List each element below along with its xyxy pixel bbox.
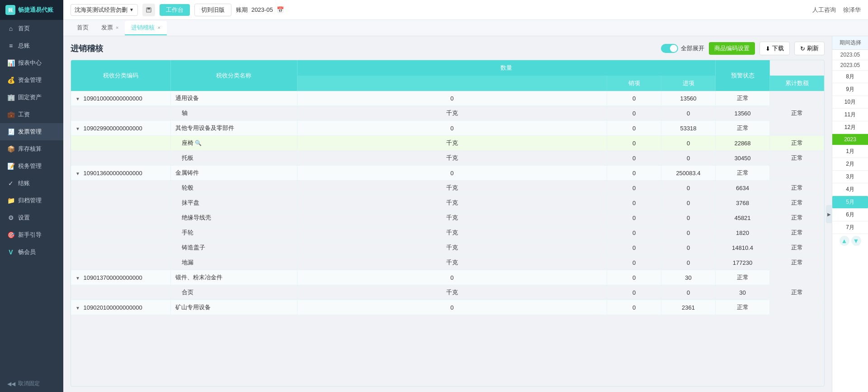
period-month-item[interactable]: 3月 [832,171,868,183]
table-row: 手轮 千克 0 0 1820 正常 [71,225,824,240]
refresh-button[interactable]: ↻ 刷新 [794,42,825,55]
download-label: 下载 [772,44,784,53]
sidebar-bottom-label: 取消固定 [18,380,40,387]
topbar: 沈海英测试经营勿删 ▼ 工作台 切到旧版 账期 2023-05 📅 人工咨询 徐… [63,0,868,20]
cell-unit: 千克 [297,196,607,210]
tab-invoice-close[interactable]: × [116,25,118,30]
cell-code: ▼ 109010000000000000 [71,91,170,106]
cell-code: ▼ 109020100000000000 [71,300,170,315]
period-month-item[interactable]: 7月 [832,221,868,234]
period-month-item[interactable]: 5月 [832,196,868,209]
expand-all-toggle[interactable] [661,44,678,53]
period-navigation: ▲ ▼ [832,234,868,248]
calendar-icon[interactable]: 📅 [277,6,284,13]
cell-code [71,285,170,300]
download-icon: ⬇ [765,45,770,52]
sidebar-item-tax[interactable]: 📝 税务管理 [0,158,63,175]
cell-unit: 千克 [297,240,607,255]
sidebar-item-inventory[interactable]: 📦 库存核算 [0,140,63,158]
sidebar-item-member[interactable]: V 畅会员 [0,244,63,261]
sidebar: 账 畅捷通易代账 ⌂ 首页 ≡ 总账 📊 报表中心 💰 资金管理 🏢 固定资产 … [0,0,63,392]
topbar-right: 人工咨询 徐泽华 [812,6,861,14]
search-icon[interactable]: 🔍 [195,140,202,146]
expand-icon[interactable]: ▼ [75,171,80,176]
sidebar-item-guide[interactable]: 🎯 新手引导 [0,226,63,244]
period-month-item[interactable]: 10月 [832,96,868,109]
tab-home[interactable]: 首页 [71,21,95,35]
content-area: 进销稽核 全部展开 商品编码设置 ⬇ 下载 ↻ 刷新 [63,36,868,392]
table-row: 抹平盘 千克 0 0 3768 正常 [71,196,824,210]
sidebar-item-funds[interactable]: 💰 资金管理 [0,72,63,89]
cell-total: 2361 [661,300,716,315]
sidebar-item-payroll[interactable]: 💼 工资 [0,106,63,123]
old-version-button[interactable]: 切到旧版 [194,4,231,16]
cell-sales: 0 [607,285,661,300]
expand-icon[interactable]: ▼ [75,126,80,131]
sidebar-item-settings[interactable]: ⚙ 设置 [0,209,63,226]
expand-icon[interactable]: ▼ [75,306,80,311]
cell-name: 矿山专用设备 [170,300,297,315]
cell-status: 正常 [770,255,824,270]
sidebar-pin-toggle[interactable]: ◀◀ 取消固定 [0,375,63,392]
sidebar-item-archive[interactable]: 📁 归档管理 [0,192,63,209]
period-month-item[interactable]: 11月 [832,109,868,121]
period-month-item[interactable]: 4月 [832,183,868,196]
col-tax-name: 税收分类名称 [170,60,297,91]
workbench-button[interactable]: 工作台 [160,4,190,16]
cell-total: 30 [661,270,716,285]
period-month-item[interactable]: 9月 [832,83,868,96]
period-month-item[interactable]: 2月 [832,158,868,171]
panel-collapse-button[interactable]: ▶ [826,205,832,223]
company-selector[interactable]: 沈海英测试经营勿删 ▼ [71,4,138,16]
cell-sales: 0 [607,136,661,151]
sidebar-item-fixed-assets[interactable]: 🏢 固定资产 [0,89,63,106]
tab-invoice[interactable]: 发票 × [95,21,125,35]
period-value: 2023-05 [251,6,273,13]
cell-name: 托板 [170,151,297,166]
table-row: 托板 千克 0 0 30450 正常 [71,151,824,166]
cell-sales: 0 [607,225,661,240]
period-year-1: 2023.05 [832,50,868,60]
table-row: ▼ 109010000000000000 通用设备 0 0 13560 正常 [71,91,824,106]
sidebar-item-label: 资金管理 [18,76,42,84]
page-title: 进销稽核 [71,43,103,54]
expand-icon[interactable]: ▼ [75,276,80,281]
expand-icon[interactable]: ▼ [75,96,80,101]
cell-name: 其他专用设备及零部件 [170,121,297,136]
cell-sales: 0 [607,255,661,270]
cell-name: 抹平盘 [170,196,297,210]
period-month-item[interactable]: 2023 [832,134,868,145]
period-next-button[interactable]: ▼ [851,236,861,246]
cell-status: 正常 [770,181,824,196]
cell-total: 14810.4 [716,240,770,255]
col-quantity-group: 数量 [297,60,716,76]
home-icon: ⌂ [7,25,14,32]
sidebar-item-ledger[interactable]: ≡ 总账 [0,37,63,54]
period-month-item[interactable]: 8月 [832,71,868,83]
tab-reconciliation-close[interactable]: × [157,25,160,30]
support-label[interactable]: 人工咨询 [812,6,836,14]
sidebar-item-invoice[interactable]: 🧾 发票管理 [0,123,63,140]
col-purchase: 进项 [661,76,716,91]
cell-status: 正常 [770,210,824,225]
cell-status: 正常 [716,166,770,181]
product-code-button[interactable]: 商品编码设置 [709,42,755,55]
cell-sales: 0 [297,91,607,106]
period-month-item[interactable]: 1月 [832,145,868,158]
tab-reconciliation[interactable]: 进销稽核 × [125,21,166,35]
sidebar-item-closing[interactable]: ✓ 结账 [0,175,63,192]
company-name: 沈海英测试经营勿删 [75,6,127,14]
download-button[interactable]: ⬇ 下载 [760,42,790,55]
cell-name: 铸造盖子 [170,240,297,255]
sidebar-item-reports[interactable]: 📊 报表中心 [0,54,63,72]
cell-code [71,151,170,166]
save-button[interactable] [142,4,155,16]
cell-sales: 0 [297,121,607,136]
period-prev-button[interactable]: ▲ [840,236,849,246]
sidebar-item-home[interactable]: ⌂ 首页 [0,20,63,37]
tab-home-label: 首页 [77,24,89,32]
cell-total: 3768 [716,196,770,210]
user-label[interactable]: 徐泽华 [843,6,861,14]
period-month-item[interactable]: 6月 [832,209,868,221]
period-month-item[interactable]: 12月 [832,121,868,134]
